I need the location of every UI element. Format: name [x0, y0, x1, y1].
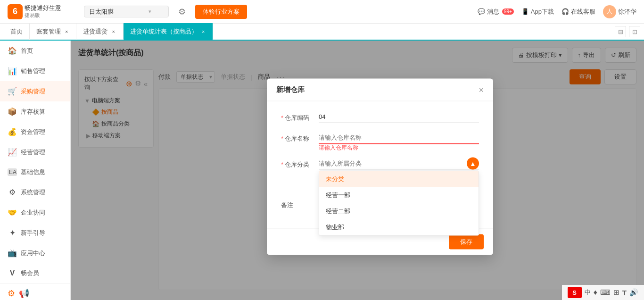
- code-label: 仓库编码: [281, 111, 319, 122]
- category-arrow-button[interactable]: ▲: [467, 158, 479, 170]
- tab-purchase-return-close[interactable]: ×: [110, 28, 116, 35]
- search-input[interactable]: [89, 8, 146, 15]
- sidebar-inventory-label: 库存核算: [21, 108, 45, 116]
- dropdown-item-ops1[interactable]: 经营一部: [319, 187, 479, 203]
- top-header: 6 畅捷通好生意 捷易版 ▾ ⚙ 体验行业方案 💬 消息 99+ 📱 App下载…: [0, 0, 644, 24]
- trial-button[interactable]: 体验行业方案: [195, 5, 247, 19]
- finance-icon: 💰: [8, 127, 17, 136]
- gear-button[interactable]: ⚙: [174, 4, 190, 19]
- messages-label: 消息: [487, 8, 499, 16]
- status-bar: S 中 ♦ ⌨ ⊞ T 🔊: [562, 285, 644, 300]
- ime-dot-icon[interactable]: ♦: [594, 288, 597, 297]
- dialog-body: 仓库编码 仓库名称 请输入仓库名称 仓库分类 ▲: [267, 101, 493, 228]
- category-input[interactable]: [319, 158, 479, 170]
- header-search[interactable]: ▾: [84, 6, 169, 17]
- sidebar-item-member[interactable]: V 畅会员: [0, 263, 70, 283]
- tab-account[interactable]: 账套管理 ×: [30, 23, 76, 40]
- save-button[interactable]: 保存: [449, 234, 484, 250]
- messages-badge: 99+: [502, 8, 514, 15]
- sidebar-basic-info-label: 基础信息: [21, 168, 45, 176]
- sidebar-member-label: 畅会员: [21, 269, 39, 277]
- sidebar-item-home[interactable]: 🏠 首页: [0, 41, 70, 61]
- tab-home[interactable]: 首页: [4, 23, 30, 40]
- main-layout: 🏠 首页 📊 销售管理 🛒 采购管理 📦 库存核算 💰 资金管理 📈 经营管理 …: [0, 41, 644, 300]
- dialog-header: 新增仓库 ×: [267, 79, 493, 101]
- dropdown-arrow-icon: ▾: [149, 8, 151, 15]
- code-row: 仓库编码: [281, 111, 479, 123]
- sales-icon: 📊: [8, 67, 17, 75]
- name-label: 仓库名称: [281, 132, 319, 143]
- sidebar-item-purchase[interactable]: 🛒 采购管理: [0, 81, 70, 101]
- tab-purchase-stats[interactable]: 进货单统计表（按商品） ×: [124, 23, 213, 40]
- settings-bottom-icon[interactable]: ⚙: [8, 288, 15, 299]
- dropdown-item-ops2[interactable]: 经营二部: [319, 203, 479, 219]
- tab-account-label: 账套管理: [36, 27, 61, 36]
- category-row: 仓库分类 ▲ 未分类 经营一部 经营二部 物业部: [281, 158, 479, 170]
- system-icon: ⚙: [8, 188, 17, 197]
- headset-icon: 🎧: [561, 8, 569, 15]
- name-input[interactable]: [319, 132, 479, 144]
- tab-purchase-stats-close[interactable]: ×: [200, 28, 206, 35]
- name-error-msg: 请输入仓库名称: [319, 144, 358, 152]
- inventory-icon: 📦: [8, 107, 17, 116]
- sidebar-item-basic-info[interactable]: EA 基础信息: [0, 162, 70, 182]
- header-right: 💬 消息 99+ 📱 App下载 🎧 在线客服 人 徐泽华: [478, 5, 636, 18]
- tab-account-close[interactable]: ×: [64, 28, 69, 35]
- tab-expand-button[interactable]: ⊡: [629, 26, 640, 37]
- sidebar-item-guide[interactable]: ✦ 新手引导: [0, 223, 70, 243]
- sidebar-item-operations[interactable]: 📈 经营管理: [0, 142, 70, 162]
- home-icon: 🏠: [8, 46, 17, 55]
- name-row: 仓库名称 请输入仓库名称: [281, 132, 479, 144]
- basic-info-icon: EA: [8, 168, 17, 176]
- tab-purchase-return-label: 进货退货: [83, 27, 107, 36]
- sidebar-app-center-label: 应用中心: [21, 249, 45, 258]
- purchase-icon: 🛒: [8, 87, 17, 96]
- sidebar-guide-label: 新手引导: [21, 229, 45, 237]
- app-subtitle: 捷易版: [25, 12, 61, 19]
- volume-icon[interactable]: 🔊: [629, 288, 638, 297]
- logo-icon: 6: [8, 4, 23, 19]
- guide-icon: ✦: [8, 228, 17, 237]
- collab-icon: 🤝: [8, 208, 17, 217]
- message-icon: 💬: [478, 8, 485, 15]
- app-center-icon: 📺: [8, 249, 17, 258]
- sidebar-item-collab[interactable]: 🤝 企业协同: [0, 202, 70, 223]
- tab-purchase-return[interactable]: 进货退货 ×: [76, 23, 123, 40]
- sougou-logo: S: [568, 287, 582, 298]
- sidebar-item-app-center[interactable]: 📺 应用中心: [0, 243, 70, 263]
- sidebar-item-inventory[interactable]: 📦 库存核算: [0, 101, 70, 122]
- category-dropdown: 未分类 经营一部 经营二部 物业部: [319, 171, 479, 236]
- sidebar-bottom: ⚙ 📢: [0, 283, 70, 300]
- tab-home-label: 首页: [10, 27, 23, 36]
- avatar: 人: [603, 5, 616, 18]
- sidebar-collab-label: 企业协同: [21, 208, 45, 217]
- dialog-close-button[interactable]: ×: [479, 85, 484, 94]
- keyboard-icon[interactable]: ⌨: [600, 288, 611, 297]
- tab-minimize-button[interactable]: ⊟: [615, 26, 626, 37]
- app-download-button[interactable]: 📱 App下载: [521, 8, 554, 16]
- dialog-title: 新增仓库: [276, 85, 305, 94]
- gear-icon: ⚙: [178, 7, 186, 17]
- dropdown-item-uncategorized[interactable]: 未分类: [319, 171, 479, 187]
- sidebar-purchase-label: 采购管理: [21, 87, 45, 96]
- add-warehouse-dialog: 新增仓库 × 仓库编码 仓库名称 请输入仓库名称 仓库分类: [267, 79, 493, 255]
- grid-icon[interactable]: ⊞: [613, 288, 619, 297]
- ime-chinese[interactable]: 中: [585, 288, 591, 297]
- tab-purchase-stats-label: 进货单统计表（按商品）: [130, 27, 198, 36]
- speaker-icon[interactable]: 📢: [19, 288, 29, 299]
- messages-button[interactable]: 💬 消息 99+: [478, 8, 514, 16]
- content-area: 进货单统计(按商品) 🖨 按模板打印 ▾ ↑ 导出 ↺ 刷新: [71, 41, 644, 300]
- dropdown-item-property[interactable]: 物业部: [319, 219, 479, 235]
- code-input[interactable]: [319, 111, 479, 123]
- category-label: 仓库分类: [281, 158, 319, 169]
- text-icon[interactable]: T: [622, 289, 627, 297]
- sidebar-item-sales[interactable]: 📊 销售管理: [0, 61, 70, 81]
- phone-icon: 📱: [521, 8, 529, 15]
- customer-service-button[interactable]: 🎧 在线客服: [561, 8, 595, 16]
- user-area[interactable]: 人 徐泽华: [603, 5, 636, 18]
- sidebar-operations-label: 经营管理: [21, 148, 45, 157]
- sidebar-item-finance[interactable]: 💰 资金管理: [0, 122, 70, 142]
- sidebar-finance-label: 资金管理: [21, 128, 45, 136]
- logo-area: 6 畅捷通好生意 捷易版: [8, 4, 78, 19]
- sidebar-item-system[interactable]: ⚙ 系统管理: [0, 182, 70, 202]
